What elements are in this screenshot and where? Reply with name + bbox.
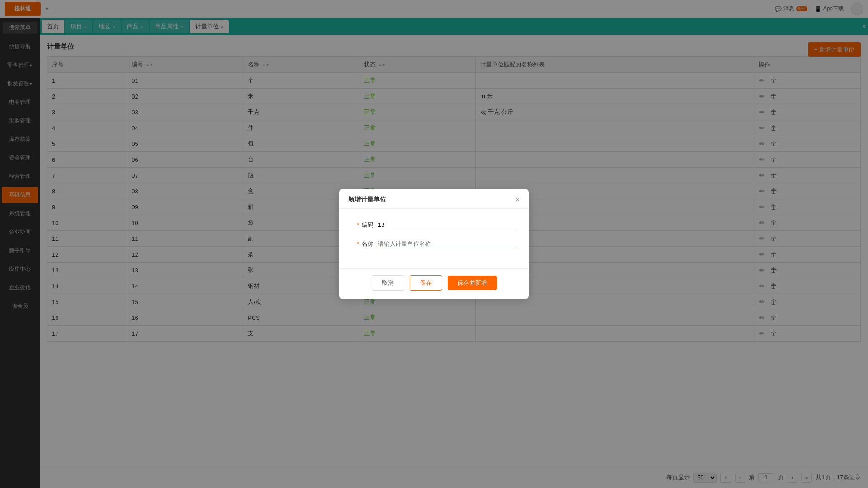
- modal-overlay[interactable]: 新增计量单位 × * 编码 * 名称 取消 保存 保存并新增: [0, 0, 868, 488]
- modal-footer: 取消 保存 保存并新增: [339, 268, 529, 299]
- code-required-star: *: [357, 221, 359, 228]
- modal-body: * 编码 * 名称: [339, 209, 529, 268]
- code-label: * 编码: [352, 221, 373, 229]
- save-and-add-button[interactable]: 保存并新增: [448, 276, 497, 290]
- modal-header: 新增计量单位 ×: [339, 189, 529, 209]
- name-required-star: *: [357, 240, 359, 247]
- modal-title: 新增计量单位: [348, 196, 386, 204]
- name-row: * 名称: [352, 239, 516, 249]
- add-unit-modal: 新增计量单位 × * 编码 * 名称 取消 保存 保存并新增: [339, 189, 529, 299]
- cancel-button[interactable]: 取消: [372, 275, 404, 291]
- name-label: * 名称: [352, 240, 373, 248]
- code-input[interactable]: [378, 220, 516, 230]
- code-row: * 编码: [352, 220, 516, 230]
- name-input[interactable]: [378, 239, 516, 249]
- save-button[interactable]: 保存: [410, 275, 442, 291]
- modal-close-btn[interactable]: ×: [515, 196, 520, 204]
